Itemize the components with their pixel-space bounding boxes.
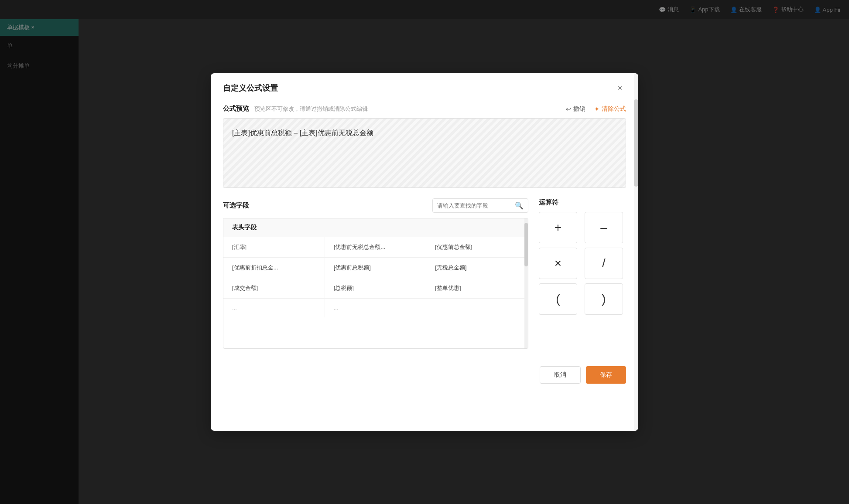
- table-scrollbar-track[interactable]: [524, 218, 528, 348]
- formula-text: [主表]优惠前总税额 – [主表]优惠前无税总金额: [232, 129, 373, 136]
- operator-close-paren[interactable]: ): [585, 283, 623, 315]
- field-cell-extra1[interactable]: ...: [223, 299, 325, 317]
- table-row: ... ...: [223, 299, 528, 317]
- field-cell-zongshuie[interactable]: [总税额]: [325, 278, 427, 298]
- formula-section-title: 公式预览: [223, 105, 249, 113]
- field-cell-youhuizhekou[interactable]: [优惠前折扣总金...: [223, 258, 325, 278]
- fields-table: 表头字段 [汇率] [优惠前无税总金额... [优惠前总金额] [优惠前折扣总金…: [223, 218, 528, 349]
- modal-body: 公式预览 预览区不可修改，请通过撤销或清除公式编辑 ↩ 撤销 ✦ 清除公式 [主…: [211, 105, 638, 359]
- modal-scrollbar-thumb[interactable]: [634, 99, 638, 187]
- table-row: [优惠前折扣总金... [优惠前总税额] [无税总金额]: [223, 258, 528, 278]
- modal-title: 自定义公式设置: [223, 83, 278, 93]
- field-cell-extra2[interactable]: ...: [325, 299, 427, 317]
- modal-footer: 取消 保存: [211, 359, 638, 394]
- cancel-button[interactable]: 取消: [540, 366, 581, 384]
- modal-scrollbar[interactable]: [634, 73, 638, 431]
- operator-open-paren[interactable]: (: [539, 283, 577, 315]
- search-input[interactable]: [437, 202, 512, 209]
- fields-title: 可选字段: [223, 201, 249, 210]
- operators-title: 运算符: [539, 198, 626, 207]
- formula-section-header: 公式预览 预览区不可修改，请通过撤销或清除公式编辑 ↩ 撤销 ✦ 清除公式: [223, 105, 626, 113]
- field-cell-chengjiao[interactable]: [成交金额]: [223, 278, 325, 298]
- field-cell-youhuiqianzong[interactable]: [优惠前总金额]: [426, 237, 528, 257]
- clear-formula-button[interactable]: ✦ 清除公式: [594, 105, 626, 113]
- close-button[interactable]: ×: [614, 82, 626, 94]
- clear-icon: ✦: [594, 106, 599, 112]
- operator-minus[interactable]: –: [585, 212, 623, 243]
- table-scrollbar-thumb[interactable]: [524, 223, 528, 266]
- search-icon: 🔍: [515, 201, 524, 210]
- search-box[interactable]: 🔍: [432, 198, 528, 213]
- undo-button[interactable]: ↩ 撤销: [566, 105, 585, 113]
- fields-table-body: [汇率] [优惠前无税总金额... [优惠前总金额] [优惠前折扣总金... […: [223, 237, 528, 317]
- field-cell-youhuishue[interactable]: [优惠前总税额]: [325, 258, 427, 278]
- operators-grid: + – × / ( ): [539, 212, 626, 315]
- field-cell-extra3[interactable]: [426, 299, 528, 317]
- field-cell-huilvv[interactable]: [汇率]: [223, 237, 325, 257]
- bottom-section: 可选字段 🔍 表头字段 [汇率] [优惠前无税总金额...: [223, 198, 626, 349]
- table-row: [成交金额] [总税额] [整单优惠]: [223, 278, 528, 299]
- modal-backdrop: 自定义公式设置 × 公式预览 预览区不可修改，请通过撤销或清除公式编辑 ↩ 撤销…: [0, 0, 849, 504]
- fields-header: 可选字段 🔍: [223, 198, 528, 213]
- field-cell-wushui[interactable]: [无税总金额]: [426, 258, 528, 278]
- undo-icon: ↩: [566, 106, 571, 112]
- operator-multiply[interactable]: ×: [539, 248, 577, 279]
- field-cell-zhengdanyouhui[interactable]: [整单优惠]: [426, 278, 528, 298]
- formula-hint: 预览区不可修改，请通过撤销或清除公式编辑: [254, 105, 368, 113]
- modal-dialog: 自定义公式设置 × 公式预览 预览区不可修改，请通过撤销或清除公式编辑 ↩ 撤销…: [211, 73, 638, 431]
- operator-divide[interactable]: /: [585, 248, 623, 279]
- field-cell-youhuiqianwushui[interactable]: [优惠前无税总金额...: [325, 237, 427, 257]
- modal-header: 自定义公式设置 ×: [211, 73, 638, 101]
- fields-panel: 可选字段 🔍 表头字段 [汇率] [优惠前无税总金额...: [223, 198, 528, 349]
- formula-preview-box: [主表]优惠前总税额 – [主表]优惠前无税总金额: [223, 118, 626, 188]
- save-button[interactable]: 保存: [586, 366, 626, 384]
- operator-plus[interactable]: +: [539, 212, 577, 243]
- fields-table-header: 表头字段: [223, 218, 528, 237]
- table-row: [汇率] [优惠前无税总金额... [优惠前总金额]: [223, 237, 528, 258]
- operators-panel: 运算符 + – × / ( ): [539, 198, 626, 315]
- formula-actions: ↩ 撤销 ✦ 清除公式: [566, 105, 626, 113]
